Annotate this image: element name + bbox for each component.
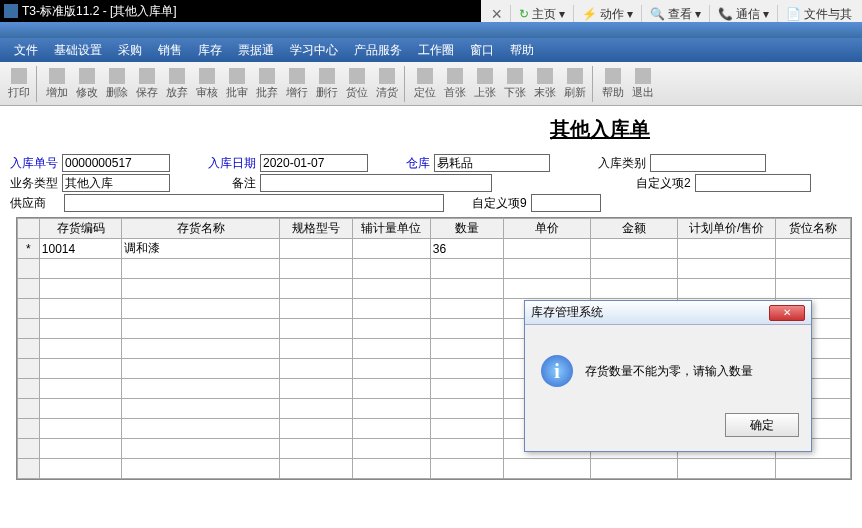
col-5[interactable]: 单价 bbox=[503, 219, 590, 239]
menu-7[interactable]: 产品服务 bbox=[348, 40, 408, 61]
bolt-icon: ⚡ bbox=[582, 7, 597, 21]
toolbar-icon bbox=[477, 68, 493, 84]
col-3[interactable]: 辅计量单位 bbox=[353, 219, 431, 239]
search-icon: 🔍 bbox=[650, 7, 665, 21]
toolbar-货位[interactable]: 货位 bbox=[342, 64, 372, 104]
toolbar-icon bbox=[229, 68, 245, 84]
toolbar-icon bbox=[635, 68, 651, 84]
toolbar-定位[interactable]: 定位 bbox=[410, 64, 440, 104]
toolbar-删行[interactable]: 删行 bbox=[312, 64, 342, 104]
toolbar-刷新[interactable]: 刷新 bbox=[560, 64, 590, 104]
col-2[interactable]: 规格型号 bbox=[280, 219, 353, 239]
toolbar-保存[interactable]: 保存 bbox=[132, 64, 162, 104]
biztype-label: 业务类型 bbox=[10, 175, 58, 192]
toolbar-批弃[interactable]: 批弃 bbox=[252, 64, 282, 104]
date-label: 入库日期 bbox=[208, 155, 256, 172]
menu-0[interactable]: 文件 bbox=[8, 40, 44, 61]
app-icon bbox=[4, 4, 18, 18]
col-6[interactable]: 金额 bbox=[591, 219, 678, 239]
toolbar-帮助[interactable]: 帮助 bbox=[598, 64, 628, 104]
table-row[interactable] bbox=[18, 259, 851, 279]
col-4[interactable]: 数量 bbox=[430, 219, 503, 239]
menu-8[interactable]: 工作圈 bbox=[412, 40, 460, 61]
toolbar-icon bbox=[259, 68, 275, 84]
toolbar-icon bbox=[507, 68, 523, 84]
toolbar-icon bbox=[139, 68, 155, 84]
date-input[interactable] bbox=[260, 154, 368, 172]
toolbar-首张[interactable]: 首张 bbox=[440, 64, 470, 104]
chevron-down-icon: ▾ bbox=[559, 7, 565, 21]
toolbar-icon bbox=[169, 68, 185, 84]
custom9-label: 自定义项9 bbox=[472, 195, 527, 212]
toolbar-icon bbox=[109, 68, 125, 84]
toolbar-退出[interactable]: 退出 bbox=[628, 64, 658, 104]
toolbar-icon bbox=[49, 68, 65, 84]
toolbar-修改[interactable]: 修改 bbox=[72, 64, 102, 104]
toolbar-放弃[interactable]: 放弃 bbox=[162, 64, 192, 104]
col-7[interactable]: 计划单价/售价 bbox=[678, 219, 775, 239]
menu-1[interactable]: 基础设置 bbox=[48, 40, 108, 61]
phone-icon: 📞 bbox=[718, 7, 733, 21]
chevron-down-icon: ▾ bbox=[763, 7, 769, 21]
slip-no-label: 入库单号 bbox=[10, 155, 58, 172]
menu-3[interactable]: 销售 bbox=[152, 40, 188, 61]
toolbar-增加[interactable]: 增加 bbox=[42, 64, 72, 104]
col-0[interactable]: 存货编码 bbox=[39, 219, 122, 239]
supplier-input[interactable] bbox=[64, 194, 444, 212]
intype-label: 入库类别 bbox=[598, 155, 646, 172]
toolbar-icon bbox=[605, 68, 621, 84]
toolbar-icon bbox=[289, 68, 305, 84]
toolbar-icon bbox=[319, 68, 335, 84]
menu-10[interactable]: 帮助 bbox=[504, 40, 540, 61]
menubar: 文件基础设置采购销售库存票据通学习中心产品服务工作圈窗口帮助 bbox=[0, 38, 862, 62]
thin-bar bbox=[0, 22, 862, 38]
toolbar-icon bbox=[417, 68, 433, 84]
toolbar-清货[interactable]: 清货 bbox=[372, 64, 402, 104]
table-row[interactable] bbox=[18, 459, 851, 479]
intype-input[interactable] bbox=[650, 154, 766, 172]
window-title: T3-标准版11.2 - [其他入库单] bbox=[22, 3, 177, 20]
refresh-icon: ↻ bbox=[519, 7, 529, 21]
toolbar-icon bbox=[537, 68, 553, 84]
toolbar-增行[interactable]: 增行 bbox=[282, 64, 312, 104]
remark-input[interactable] bbox=[260, 174, 492, 192]
page-title: 其他入库单 bbox=[480, 116, 720, 143]
menu-6[interactable]: 学习中心 bbox=[284, 40, 344, 61]
toolbar-末张[interactable]: 末张 bbox=[530, 64, 560, 104]
menu-4[interactable]: 库存 bbox=[192, 40, 228, 61]
toolbar-上张[interactable]: 上张 bbox=[470, 64, 500, 104]
supplier-label: 供应商 bbox=[10, 195, 46, 212]
custom2-input[interactable] bbox=[695, 174, 811, 192]
toolbar: 打印增加修改删除保存放弃审核批审批弃增行删行货位清货定位首张上张下张末张刷新帮助… bbox=[0, 62, 862, 106]
chevron-down-icon: ▾ bbox=[627, 7, 633, 21]
toolbar-icon bbox=[11, 68, 27, 84]
custom9-input[interactable] bbox=[531, 194, 601, 212]
ok-button[interactable]: 确定 bbox=[725, 413, 799, 437]
chevron-down-icon: ▾ bbox=[695, 7, 701, 21]
slip-no-input[interactable] bbox=[62, 154, 170, 172]
table-row[interactable]: *10014调和漆36 bbox=[18, 239, 851, 259]
dialog-title: 库存管理系统 bbox=[531, 304, 603, 321]
col-1[interactable]: 存货名称 bbox=[122, 219, 280, 239]
wh-input[interactable] bbox=[434, 154, 550, 172]
menu-9[interactable]: 窗口 bbox=[464, 40, 500, 61]
toolbar-icon bbox=[447, 68, 463, 84]
toolbar-icon bbox=[567, 68, 583, 84]
toolbar-审核[interactable]: 审核 bbox=[192, 64, 222, 104]
toolbar-打印[interactable]: 打印 bbox=[4, 64, 34, 104]
toolbar-icon bbox=[349, 68, 365, 84]
table-row[interactable] bbox=[18, 279, 851, 299]
menu-5[interactable]: 票据通 bbox=[232, 40, 280, 61]
toolbar-批审[interactable]: 批审 bbox=[222, 64, 252, 104]
dialog-titlebar[interactable]: 库存管理系统 ✕ bbox=[525, 301, 811, 325]
remark-label: 备注 bbox=[232, 175, 256, 192]
menu-2[interactable]: 采购 bbox=[112, 40, 148, 61]
toolbar-删除[interactable]: 删除 bbox=[102, 64, 132, 104]
dialog-close-button[interactable]: ✕ bbox=[769, 305, 805, 321]
dialog-message: 存货数量不能为零，请输入数量 bbox=[585, 363, 753, 380]
close-icon: ✕ bbox=[783, 307, 791, 318]
toolbar-下张[interactable]: 下张 bbox=[500, 64, 530, 104]
col-8[interactable]: 货位名称 bbox=[775, 219, 850, 239]
toolbar-icon bbox=[199, 68, 215, 84]
biztype-input[interactable] bbox=[62, 174, 170, 192]
